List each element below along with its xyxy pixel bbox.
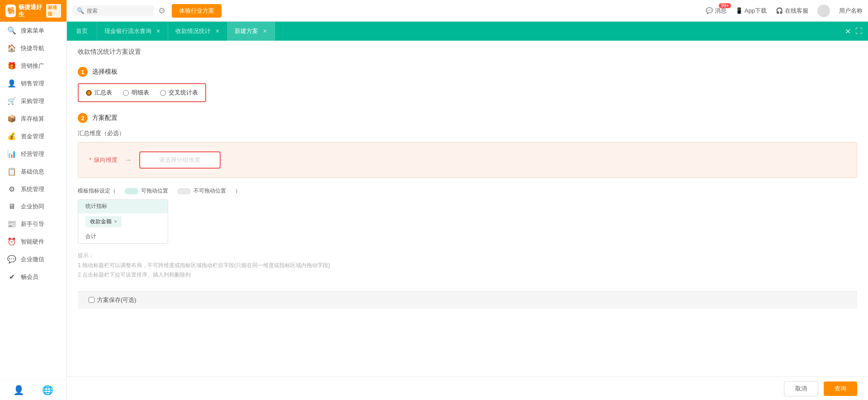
- tab-home-label: 首页: [76, 27, 88, 35]
- search-input[interactable]: [87, 8, 149, 14]
- sidebar-item-newbie[interactable]: 📰 新手引导: [0, 215, 66, 233]
- step1-number: 1: [78, 67, 88, 77]
- tab-bank-flow-close[interactable]: ✕: [156, 28, 160, 34]
- message-icon: 💬: [706, 7, 713, 14]
- sidebar-item-label-purchase: 采购管理: [21, 97, 44, 105]
- sidebar-item-label-quick-nav: 快捷导航: [21, 44, 44, 52]
- metric-tag-amount[interactable]: 收款金额 ▾: [85, 216, 122, 227]
- search-box[interactable]: 🔍: [72, 5, 154, 16]
- sidebar-item-label-sales: 销售管理: [21, 80, 44, 88]
- edition-badge: 标准版: [46, 4, 61, 18]
- dimension-area: * 纵向维度 → 请选择分组维度: [78, 142, 857, 178]
- sidebar-item-member[interactable]: ✔ 畅会员: [0, 268, 66, 286]
- topbar-right: 💬 消息 99+ 📱 App下载 🎧 在线客服 用户名称: [706, 5, 863, 17]
- gear-icon[interactable]: ⚙: [158, 6, 165, 16]
- user-avatar-icon[interactable]: 👤: [13, 385, 24, 395]
- radio-summary-label[interactable]: 汇总表: [94, 89, 112, 97]
- sidebar-item-search-menu[interactable]: 🔍 搜索菜单: [0, 22, 66, 39]
- main-area: 🔍 ⚙ 体验行业方案 💬 消息 99+ 📱 App下载 🎧 在线客服 用户名称: [67, 0, 868, 400]
- save-label: 方案保存(可选): [97, 296, 137, 304]
- sidebar-logo: 畅 畅捷通好生 标准版: [0, 0, 66, 22]
- hints: 提示： 1.拖动标题栏可以调整布局，不可跨维度或指标区域拖动栏目字段(只能在同一…: [78, 251, 857, 280]
- step2-section: 2 方案配置 汇总维度（必选） * 纵向维度 → 请选择分组维度: [78, 113, 857, 280]
- tab-expand-icon[interactable]: ⛶: [855, 27, 863, 35]
- hint1: 1.拖动标题栏可以调整布局，不可跨维度或指标区域拖动栏目字段(只能在同一维度或指…: [78, 261, 857, 271]
- service-icon: 🎧: [776, 7, 783, 14]
- radio-cross-input[interactable]: [160, 90, 166, 96]
- tabbar: 首页 现金银行流水查询 ✕ 收款情况统计 ✕ 新建方案 ✕ ✕ ⛶: [67, 22, 868, 41]
- member-icon: ✔: [7, 273, 16, 281]
- radio-cross-label[interactable]: 交叉统计表: [169, 89, 198, 97]
- chevron-down-icon: ▾: [114, 219, 117, 225]
- step1-section: 1 选择模板 汇总表 明细表 交叉统计表: [78, 67, 857, 102]
- radio-detail-input[interactable]: [123, 90, 129, 96]
- metric-table-header: 统计指标: [78, 200, 168, 213]
- trial-button[interactable]: 体验行业方案: [172, 4, 222, 18]
- sidebar-item-operations[interactable]: 📊 经营管理: [0, 145, 66, 163]
- system-icon: ⚙: [7, 185, 16, 193]
- tab-close-all-icon[interactable]: ✕: [845, 27, 851, 36]
- avatar[interactable]: [817, 5, 830, 17]
- sidebar-item-quick-nav[interactable]: 🏠 快捷导航: [0, 39, 66, 57]
- legend-close-paren: ）: [235, 187, 241, 195]
- cancel-button[interactable]: 取消: [784, 381, 818, 396]
- sidebar-item-sales[interactable]: 👤 销售管理: [0, 75, 66, 92]
- metric-legend: 模板指标设定（ 可拖动位置 不可拖动位置 ）: [78, 187, 857, 195]
- sidebar-item-wechat[interactable]: 💬 企业微信: [0, 250, 66, 268]
- tab-receipt-stats-close[interactable]: ✕: [215, 28, 220, 34]
- dimension-row: * 纵向维度 → 请选择分组维度: [89, 151, 846, 169]
- sidebar-item-label-marketing: 营销推广: [21, 62, 44, 70]
- username: 用户名称: [839, 7, 863, 15]
- tab-receipt-stats[interactable]: 收款情况统计 ✕: [168, 22, 227, 41]
- capital-icon: 💰: [7, 132, 16, 141]
- template-select-box: 汇总表 明细表 交叉统计表: [78, 83, 206, 102]
- sidebar-item-marketing[interactable]: 🎁 营销推广: [0, 57, 66, 75]
- message-btn[interactable]: 💬 消息 99+: [706, 7, 726, 15]
- legend-movable: 可拖动位置: [125, 187, 168, 195]
- sidebar-item-capital[interactable]: 💰 资金管理: [0, 127, 66, 145]
- tab-receipt-stats-label: 收款情况统计: [175, 27, 211, 35]
- sidebar-item-label-newbie: 新手引导: [21, 220, 44, 228]
- sidebar-item-purchase[interactable]: 🛒 采购管理: [0, 92, 66, 110]
- radio-cross[interactable]: 交叉统计表: [160, 89, 198, 97]
- tab-new-plan[interactable]: 新建方案 ✕: [227, 22, 275, 41]
- app-download-btn[interactable]: 📱 App下载: [736, 7, 767, 15]
- sidebar-item-hardware[interactable]: ⏰ 智能硬件: [0, 233, 66, 250]
- tab-bank-flow[interactable]: 现金银行流水查询 ✕: [97, 22, 168, 41]
- metric-amount-label: 收款金额: [90, 218, 112, 226]
- dimension-select-dropdown[interactable]: 请选择分组维度: [139, 151, 221, 169]
- service-btn[interactable]: 🎧 在线客服: [776, 7, 808, 15]
- tab-new-plan-close[interactable]: ✕: [263, 28, 267, 34]
- query-button[interactable]: 查询: [824, 381, 857, 396]
- app-icon: 📱: [736, 7, 743, 14]
- radio-detail-label[interactable]: 明细表: [132, 89, 149, 97]
- sidebar-bottom: 👤 🌐: [0, 380, 66, 400]
- home-icon: 🏠: [7, 44, 16, 52]
- sidebar-item-label-member: 畅会员: [21, 273, 38, 281]
- inventory-icon: 📦: [7, 114, 16, 123]
- sidebar-item-label-operations: 经营管理: [21, 150, 44, 158]
- sidebar-item-system[interactable]: ⚙ 系统管理: [0, 180, 66, 198]
- radio-summary-input[interactable]: [86, 90, 92, 96]
- summary-dimension-label: 汇总维度（必选）: [78, 129, 857, 137]
- newbie-icon: 📰: [7, 220, 16, 228]
- fixed-label: 不可拖动位置: [193, 187, 226, 195]
- message-badge: 99+: [719, 3, 731, 8]
- marketing-icon: 🎁: [7, 61, 16, 70]
- step1-title: 选择模板: [92, 68, 118, 76]
- globe-icon[interactable]: 🌐: [42, 385, 53, 395]
- radio-detail[interactable]: 明细表: [123, 89, 149, 97]
- hint-label: 提示：: [78, 252, 94, 259]
- basic-icon: 📋: [7, 167, 16, 176]
- logo-text: 畅捷通好生: [19, 4, 43, 18]
- tabbar-controls: ✕ ⛶: [840, 22, 868, 41]
- save-checkbox[interactable]: [89, 297, 94, 303]
- movable-label: 可拖动位置: [141, 187, 168, 195]
- sidebar-item-label-system: 系统管理: [21, 185, 44, 193]
- sidebar-item-inventory[interactable]: 📦 库存核算: [0, 110, 66, 127]
- tab-home[interactable]: 首页: [67, 22, 97, 41]
- radio-summary[interactable]: 汇总表: [86, 89, 112, 97]
- sidebar-item-basic[interactable]: 📋 基础信息: [0, 163, 66, 180]
- save-checkbox-label[interactable]: 方案保存(可选): [89, 296, 846, 304]
- sidebar-item-enterprise[interactable]: 🖥 企业协同: [0, 198, 66, 215]
